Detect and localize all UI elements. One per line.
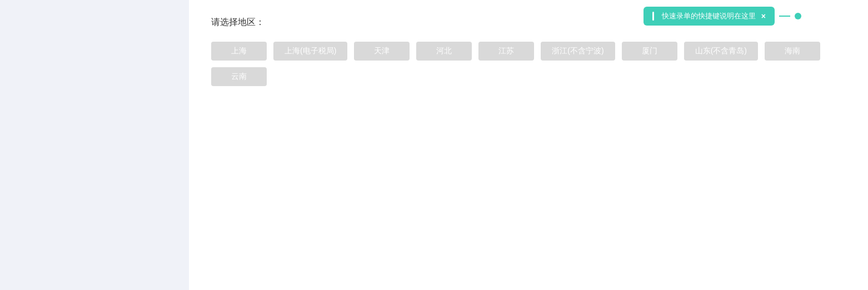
main-content: 请选择地区： 上海 上海(电子税局) 天津 河北 江苏 浙江(不含宁波) 厦门 … (189, 0, 868, 290)
region-btn-shanghai[interactable]: 上海 (211, 42, 267, 61)
tooltip-bubble: 快速录单的快捷键说明在这里 × (643, 7, 775, 26)
tooltip-close-button[interactable]: × (761, 12, 766, 21)
region-btn-yunnan[interactable]: 云南 (211, 67, 267, 86)
region-btn-tianjin[interactable]: 天津 (354, 42, 410, 61)
tooltip-text: 快速录单的快捷键说明在这里 (662, 11, 756, 21)
region-btn-xiamen[interactable]: 厦门 (622, 42, 677, 61)
tooltip-dot (795, 13, 801, 19)
tooltip-container: 快速录单的快捷键说明在这里 × (643, 7, 801, 26)
region-btn-hebei[interactable]: 河北 (416, 42, 472, 61)
region-btn-zhejiang[interactable]: 浙江(不含宁波) (541, 42, 615, 61)
region-buttons: 上海 上海(电子税局) 天津 河北 江苏 浙江(不含宁波) 厦门 山东(不含青岛… (211, 42, 846, 86)
region-btn-shanghai-etax[interactable]: 上海(电子税局) (273, 42, 347, 61)
tooltip-line (779, 16, 790, 17)
region-btn-jiangsu[interactable]: 江苏 (478, 42, 534, 61)
region-btn-shandong[interactable]: 山东(不含青岛) (684, 42, 758, 61)
left-sidebar (0, 0, 189, 290)
region-btn-hainan[interactable]: 海南 (765, 42, 820, 61)
